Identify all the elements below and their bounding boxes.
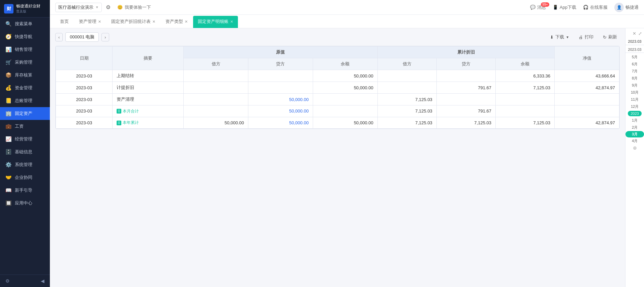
timeline-month-5[interactable]: 5月 — [625, 54, 644, 61]
tab-depreciation-stats[interactable]: 固定资产折旧统计表 ✕ — [106, 16, 160, 28]
asset-tag: 000001 电脑 — [65, 32, 99, 42]
money-icon: 💰 — [5, 85, 11, 91]
sidebar-item-quicknav[interactable]: 🧭 快捷导航 — [0, 30, 50, 43]
header-accum-balance: 余额 — [495, 58, 554, 70]
content-area: ‹ 000001 电脑 › ⬇ 下载 ▼ 🖨 打印 — [50, 28, 644, 287]
sidebar-item-payroll[interactable]: 💼 工资 — [0, 120, 50, 133]
timeline-month-1[interactable]: 1月 — [625, 117, 644, 124]
sidebar-label-basic: 基础信息 — [15, 149, 32, 155]
sidebar-item-collab[interactable]: 🤝 企业协同 — [0, 171, 50, 184]
timeline-month-3-active[interactable]: 3月 — [625, 131, 644, 137]
smile-icon: 😊 — [117, 5, 123, 10]
tab-home[interactable]: 首页 — [55, 16, 73, 28]
sidebar-item-ledger[interactable]: 📒 总账管理 — [0, 94, 50, 107]
tab-asset-type[interactable]: 资产类型 ✕ — [161, 16, 192, 28]
timeline-month-11[interactable]: 11月 — [625, 96, 644, 103]
timeline-header-date1: 2023.03 — [625, 38, 644, 45]
tab-asset-mgmt[interactable]: 资产管理 ✕ — [74, 16, 106, 28]
company-selector[interactable]: 医疗器械行业演示 ▼ — [55, 3, 102, 12]
app-title: 畅捷通好业财 — [16, 3, 40, 9]
settings-bottom-icon[interactable]: ⚙ — [5, 278, 10, 284]
timeline-month-10[interactable]: 10月 — [625, 89, 644, 96]
printer-icon: 🖨 — [579, 35, 583, 40]
handshake-icon: 🤝 — [5, 174, 11, 181]
sidebar-label-ledger: 总账管理 — [15, 98, 32, 104]
tab-asset-detail[interactable]: 固定资产明细账 ✕ — [193, 16, 238, 28]
sidebar-label-funds: 资金管理 — [15, 85, 32, 91]
timeline-down-icon[interactable]: ⊕ — [633, 145, 637, 151]
app-download-button[interactable]: 📱 App下载 — [553, 4, 576, 10]
database-icon: 🗄️ — [5, 149, 11, 155]
month-badge: ☰ 本年累计 — [117, 120, 139, 126]
timeline-close-button[interactable]: ✕ — [631, 30, 638, 37]
data-table-container: 日期 摘要 原值 累计折旧 净值 借方 贷方 余额 借方 贷方 余额 — [55, 46, 620, 129]
avatar: 👤 — [614, 3, 624, 12]
timeline-month-6[interactable]: 6月 — [625, 61, 644, 68]
tab-asset-detail-close[interactable]: ✕ — [230, 20, 233, 24]
app-subtitle: 普及版 — [16, 9, 40, 14]
asset-navigator: ‹ 000001 电脑 › — [55, 32, 109, 42]
message-icon: 💬 — [530, 5, 535, 10]
sidebar-item-basic[interactable]: 🗄️ 基础信息 — [0, 146, 50, 158]
sidebar-label-fixed: 固定资产 — [15, 110, 32, 117]
header-net-value: 净值 — [555, 46, 619, 70]
experience-button[interactable]: 😊 我要体验一下 — [117, 4, 151, 10]
sidebar-item-inventory[interactable]: 📦 库存核算 — [0, 69, 50, 82]
topbar: 医疗器械行业演示 ▼ ⚙ 😊 我要体验一下 💬 消息 99+ 📱 App下载 🎧… — [50, 0, 644, 15]
sidebar-item-system[interactable]: ⚙️ 系统管理 — [0, 158, 50, 171]
download-label: 下载 — [555, 34, 564, 40]
sidebar-item-purchase[interactable]: 🛒 采购管理 — [0, 56, 50, 69]
refresh-button[interactable]: ↻ 刷新 — [600, 33, 620, 41]
sidebar-item-sales[interactable]: 📊 销售管理 — [0, 43, 50, 56]
table-row: 2023-03☰ 本年累计50,000.0050,000.0050,000.00… — [56, 117, 619, 129]
sidebar-label-system: 系统管理 — [15, 162, 32, 168]
timeline-month-12[interactable]: 12月 — [625, 103, 644, 110]
print-label: 打印 — [585, 34, 593, 40]
tab-asset-type-close[interactable]: ✕ — [185, 20, 188, 24]
header-accum-credit: 贷方 — [436, 58, 495, 70]
customer-service-button[interactable]: 🎧 在线客服 — [583, 4, 608, 10]
sidebar-item-fixed-assets[interactable]: 🏢 固定资产 — [0, 107, 50, 120]
timeline-month-4[interactable]: 4月 — [625, 137, 644, 145]
app-download-label: App下载 — [560, 4, 576, 10]
timeline-year-badge[interactable]: 2023 — [628, 111, 641, 116]
tab-depreciation-close[interactable]: ✕ — [152, 20, 155, 24]
download-button[interactable]: ⬇ 下载 ▼ — [547, 33, 572, 41]
timeline-month-9[interactable]: 9月 — [625, 82, 644, 89]
prev-asset-button[interactable]: ‹ — [55, 33, 63, 41]
sidebar-label-payroll: 工资 — [15, 123, 24, 129]
messages-badge: 99+ — [541, 2, 549, 7]
header-orig-credit: 贷方 — [248, 58, 313, 70]
topbar-settings-icon[interactable]: ⚙ — [106, 4, 111, 10]
print-button[interactable]: 🖨 打印 — [576, 33, 596, 41]
badge-icon: ☰ — [117, 121, 121, 125]
gear-icon: ⚙️ — [5, 162, 11, 168]
messages-button[interactable]: 💬 消息 99+ — [530, 4, 546, 10]
download-dropdown-icon: ▼ — [566, 35, 569, 39]
header-orig-balance: 余额 — [313, 58, 377, 70]
sidebar-item-apps[interactable]: 🔲 应用中心 — [0, 197, 50, 210]
user-profile-button[interactable]: 👤 畅捷通 — [614, 3, 639, 12]
sidebar-item-guide[interactable]: 📖 新手引导 — [0, 184, 50, 197]
sidebar-item-funds[interactable]: 💰 资金管理 — [0, 82, 50, 94]
timeline-month-7[interactable]: 7月 — [625, 68, 644, 75]
content-toolbar: ‹ 000001 电脑 › ⬇ 下载 ▼ 🖨 打印 — [55, 32, 620, 42]
tab-asset-mgmt-close[interactable]: ✕ — [98, 20, 101, 24]
sidebar-item-search[interactable]: 🔍 搜索菜单 — [0, 18, 50, 30]
dropdown-icon: ▼ — [95, 5, 99, 9]
timeline-month-2[interactable]: 2月 — [625, 124, 644, 131]
table-row: 2023-03☰ 本月合计50,000.007,125.03791.67 — [56, 105, 619, 117]
sidebar-logo: 财 畅捷通好业财 普及版 — [0, 0, 50, 18]
timeline-month-8[interactable]: 8月 — [625, 75, 644, 82]
compass-icon: 🧭 — [5, 34, 11, 40]
tab-asset-detail-label: 固定资产明细账 — [198, 19, 228, 25]
header-accum-debit: 借方 — [377, 58, 436, 70]
download-icon: 📱 — [553, 5, 558, 10]
sidebar-item-operations[interactable]: 📈 经营管理 — [0, 133, 50, 146]
timeline-expand-button[interactable]: ⤢ — [638, 30, 643, 37]
table-row: 2023-03计提折旧50,000.00791.677,125.0342,874… — [56, 82, 619, 94]
next-asset-button[interactable]: › — [101, 33, 109, 41]
collapse-icon[interactable]: ◀ — [41, 278, 44, 284]
table-row: 2023-03上期结转50,000.006,333.3643,666.64 — [56, 70, 619, 82]
timeline-header-date2: 2023.03 — [625, 46, 644, 53]
